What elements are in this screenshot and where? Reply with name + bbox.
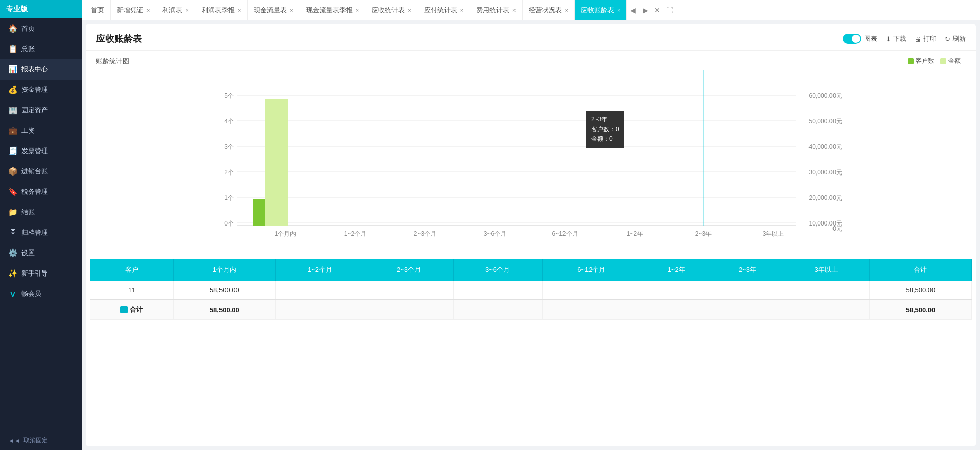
unpin-sidebar[interactable]: ◄◄ 取消固定 [0,431,82,450]
tab-profit[interactable]: 利润表 × [156,0,195,20]
tab-next-btn[interactable]: ▶ [639,0,651,20]
col-y1-2: 1~2年 [641,259,712,281]
chart-toggle[interactable]: 图表 [843,34,877,44]
svg-text:0元: 0元 [832,225,842,232]
cell-total: 58,500.00 [869,281,971,300]
sidebar-item-guide[interactable]: ✨ 新手引导 [0,263,82,284]
sidebar-item-home[interactable]: 🏠 首页 [0,18,82,39]
settings-icon: ⚙️ [8,248,17,258]
tab-expense-stats[interactable]: 费用统计表 × [470,0,522,20]
closing-icon: 📁 [8,208,17,217]
close-tab-ar-aging[interactable]: × [617,7,620,13]
legend-customers: 客户数 [908,57,934,65]
col-total: 合计 [869,259,971,281]
close-tab-cashflow[interactable]: × [290,7,293,13]
tab-fullscreen-btn[interactable]: ⛶ [664,0,676,20]
total-y1-2 [641,299,712,320]
total-m6-12 [542,299,641,320]
sidebar-item-archive[interactable]: 🗄 归档管理 [0,222,82,243]
svg-text:2~3年: 2~3年 [695,230,712,237]
sidebar-item-reports[interactable]: 📊 报表中心 [0,59,82,80]
total-label-cell: 合计 [90,299,174,320]
tab-home[interactable]: 首页 [85,0,111,20]
cell-y3plus [783,281,869,300]
total-m1: 58,500.00 [174,299,276,320]
sidebar-item-invoice[interactable]: 🧾 发票管理 [0,141,82,161]
unpin-icon: ◄◄ [8,437,20,444]
sidebar-item-label: 归档管理 [21,228,48,237]
tab-voucher[interactable]: 新增凭证 × [111,0,156,20]
tab-ar-aging[interactable]: 应收账龄表 × [575,0,627,20]
refresh-icon: ↻ [945,35,950,43]
print-btn[interactable]: 🖨 打印 [915,34,937,43]
chart-svg-wrapper: 5个 4个 3个 2个 1个 0个 60,000.00元 50,000.00元 … [96,70,966,259]
total-row: 合计 58,500.00 58,500.00 [90,299,972,320]
sidebar-item-vip[interactable]: V 畅会员 [0,284,82,304]
invoice-icon: 🧾 [8,146,17,156]
legend-customers-label: 客户数 [916,57,934,65]
tab-cashflow-label: 现金流量表 [254,6,287,15]
refresh-btn[interactable]: ↻ 刷新 [945,34,966,43]
close-tab-profit-quarterly[interactable]: × [238,7,241,13]
legend-amount-color [940,58,946,64]
tab-cashflow[interactable]: 现金流量表 × [248,0,300,20]
sidebar-item-payroll[interactable]: 💼 工资 [0,120,82,141]
print-icon: 🖨 [915,35,921,43]
table-row: 11 58,500.00 58,500.00 [90,281,972,300]
tab-cashflow-quarterly-label: 现金流量表季报 [306,6,353,15]
sidebar-item-label: 发票管理 [21,146,48,156]
tab-cashflow-quarterly[interactable]: 现金流量表季报 × [300,0,365,20]
tab-biz-status[interactable]: 经营状况表 × [523,0,575,20]
download-btn[interactable]: ⬇ 下载 [886,34,906,43]
tab-close-all-btn[interactable]: ✕ [651,0,664,20]
close-tab-ap-stats[interactable]: × [460,7,463,13]
sidebar-item-label: 畅会员 [21,289,41,298]
sidebar-item-purchase[interactable]: 📦 进销台账 [0,161,82,182]
tab-prev-btn[interactable]: ◀ [627,0,639,20]
tab-bar: 首页 新增凭证 × 利润表 × 利润表季报 × 现金流量表 × 现金流量表季报 … [82,0,980,20]
close-tab-ar-stats[interactable]: × [408,7,411,13]
tab-ap-stats-label: 应付统计表 [424,6,457,15]
col-m1-2: 1~2个月 [276,259,364,281]
sidebar-item-label: 报表中心 [21,65,48,74]
sidebar-item-assets[interactable]: 🏢 固定资产 [0,100,82,120]
sidebar-item-label: 资金管理 [21,85,48,94]
total-m1-2 [276,299,364,320]
assets-icon: 🏢 [8,106,17,115]
sidebar-item-label: 固定资产 [21,106,48,115]
download-icon: ⬇ [886,35,891,43]
col-m1: 1个月内 [174,259,276,281]
sidebar-item-ledger[interactable]: 📋 总账 [0,39,82,59]
cell-m6-12 [542,281,641,300]
tab-expense-stats-label: 费用统计表 [476,6,509,15]
toggle-switch-control[interactable] [843,34,861,44]
close-tab-expense-stats[interactable]: × [512,7,516,13]
sidebar-item-settings[interactable]: ⚙️ 设置 [0,243,82,263]
sidebar-item-tax[interactable]: 🔖 税务管理 [0,182,82,202]
tab-ap-stats[interactable]: 应付统计表 × [418,0,470,20]
unpin-label: 取消固定 [23,436,48,445]
legend-customers-color [908,58,914,64]
sidebar-item-funds[interactable]: 💰 资金管理 [0,80,82,100]
close-tab-biz-status[interactable]: × [565,7,568,13]
purchase-icon: 📦 [8,167,17,176]
sidebar-item-label: 进销台账 [21,167,48,176]
ledger-icon: 📋 [8,44,17,54]
close-tab-voucher[interactable]: × [146,7,150,13]
bar-amount-0[interactable] [265,99,288,226]
sidebar-item-closing[interactable]: 📁 结账 [0,202,82,222]
page-content: 应收账龄表 图表 ⬇ 下载 🖨 打印 ↻ 刷新 [86,24,976,446]
tab-profit-quarterly[interactable]: 利润表季报 × [195,0,248,20]
close-tab-profit[interactable]: × [185,7,188,13]
cell-y1-2 [641,281,712,300]
svg-text:1个月内: 1个月内 [275,230,297,237]
sidebar-item-label: 设置 [21,248,35,258]
chart-legend: 客户数 金额 [908,57,961,65]
svg-text:5个: 5个 [224,92,234,99]
bar-customers-0[interactable] [253,199,265,226]
tab-ar-stats[interactable]: 应收统计表 × [365,0,418,20]
close-tab-cashflow-quarterly[interactable]: × [356,7,359,13]
svg-text:2~3个月: 2~3个月 [414,230,436,237]
col-y2-3: 2~3年 [712,259,783,281]
sidebar-item-label: 新手引导 [21,269,48,278]
